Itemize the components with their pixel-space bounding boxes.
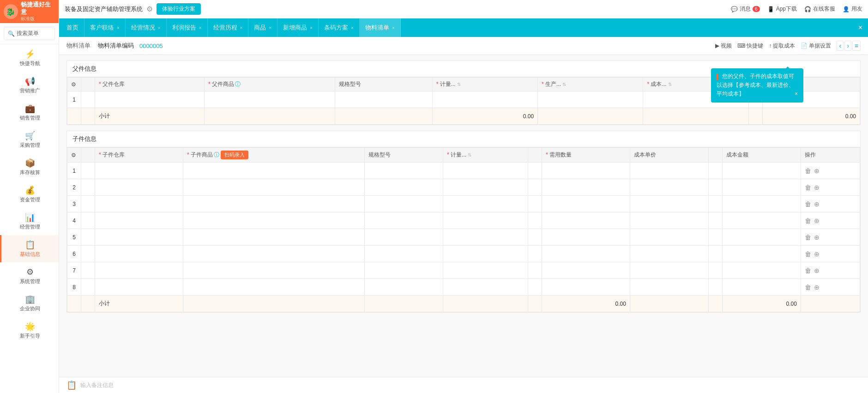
child-row-2-cost-amount[interactable] (722, 179, 801, 196)
tooltip-close-button[interactable]: × (795, 90, 798, 98)
child-row-2-unit-cost[interactable] (630, 179, 708, 196)
child-subtotal: 小计 0.00 0.00 (67, 296, 860, 312)
child-row-3: 3 🗑 ⊕ (67, 196, 860, 212)
message-button[interactable]: 💬 消息 6 (731, 5, 760, 13)
delete-icon-7[interactable]: 🗑 (805, 267, 811, 274)
parent-row-spec[interactable] (335, 91, 432, 108)
child-row-1-unit-cost[interactable] (630, 163, 708, 179)
sidebar-item-enterprise[interactable]: 🏢 企业协同 (0, 290, 59, 317)
message-label: 消息 (740, 5, 751, 13)
notes-icon[interactable]: 📋 (66, 380, 77, 390)
tab-customers[interactable]: 客户联络 × (84, 18, 126, 37)
copy-icon-2[interactable]: ⊕ (814, 184, 820, 191)
copy-icon-4[interactable]: ⊕ (814, 217, 820, 224)
nav-prev[interactable]: ‹ (837, 41, 844, 51)
parent-subtotal-label: 小计 (95, 108, 205, 125)
delete-icon-8[interactable]: 🗑 (805, 284, 811, 291)
parent-row-warehouse[interactable] (95, 91, 205, 108)
child-col-extra2 (708, 148, 722, 163)
delete-icon-5[interactable]: 🗑 (805, 234, 811, 241)
child-row-2-goods[interactable] (183, 179, 364, 196)
tab-barcode-close[interactable]: × (351, 25, 354, 30)
nav-list[interactable]: ≡ (852, 41, 861, 51)
tab-close-all[interactable]: × (855, 24, 866, 32)
tab-goods[interactable]: 商品 × (248, 18, 277, 37)
child-row-2-needed-qty[interactable] (542, 179, 630, 196)
child-row-1-cost-amount[interactable] (722, 163, 801, 179)
parent-col-warehouse: * 父件仓库 (95, 78, 205, 91)
child-row-2-qty[interactable] (443, 179, 528, 196)
tab-operations-status[interactable]: 经营情况 × (126, 18, 167, 37)
user-menu[interactable]: 👤 用友 (843, 5, 862, 13)
tab-operations-close[interactable]: × (158, 25, 161, 30)
breadcrumb-bom[interactable]: 物料清单 (66, 42, 90, 50)
single-settings-action[interactable]: 📄 单据设置 (801, 42, 831, 50)
delete-icon-1[interactable]: 🗑 (805, 167, 811, 175)
cost-tooltip: 您的父件、子件的成本取值可以选择【参考成本、最新进价、平均成本】 × (711, 68, 803, 103)
logo-subtitle: 标准版 (21, 16, 55, 22)
copy-icon-3[interactable]: ⊕ (814, 200, 820, 208)
parent-row-production[interactable] (538, 91, 643, 108)
search-menu-button[interactable]: 🔍 搜索菜单 (4, 27, 55, 40)
sidebar-item-quicknav[interactable]: ⚡ 快捷导航 (0, 44, 59, 72)
sales-icon: 💼 (25, 103, 35, 114)
sidebar-item-marketing[interactable]: 📢 营销推广 (0, 72, 59, 99)
sidebar-item-sales[interactable]: 💼 销售管理 (0, 99, 59, 126)
online-service-button[interactable]: 🎧 在线客服 (804, 5, 835, 13)
child-subtotal-label: 小计 (95, 296, 183, 312)
copy-icon-1[interactable]: ⊕ (814, 167, 820, 175)
tab-new-goods-close[interactable]: × (310, 25, 313, 30)
nav-next[interactable]: › (844, 41, 851, 51)
search-icon: 🔍 (8, 30, 15, 37)
tab-history[interactable]: 经营历程 × (208, 18, 249, 37)
trial-button[interactable]: 体验行业方案 (157, 3, 201, 15)
child-row-1-spec[interactable] (365, 163, 443, 179)
sidebar-item-system[interactable]: ⚙ 系统管理 (0, 262, 59, 290)
headset-icon: 🎧 (804, 6, 811, 12)
tab-home[interactable]: 首页 (61, 18, 84, 37)
copy-icon-6[interactable]: ⊕ (814, 250, 820, 258)
sidebar-item-operations[interactable]: 📊 经营管理 (0, 208, 59, 235)
child-row-2-spec[interactable] (365, 179, 443, 196)
child-row-6: 6 🗑 ⊕ (67, 246, 860, 262)
tab-bom[interactable]: 物料清单 × (360, 18, 401, 37)
notes-hint[interactable]: 输入备注信息 (80, 381, 114, 389)
tab-history-close[interactable]: × (240, 25, 243, 30)
copy-icon-8[interactable]: ⊕ (814, 284, 820, 291)
delete-icon-3[interactable]: 🗑 (805, 200, 811, 208)
view-action[interactable]: ▶ 视频 (715, 42, 732, 50)
delete-icon-4[interactable]: 🗑 (805, 217, 811, 224)
parent-row-goods[interactable] (205, 91, 335, 108)
marketing-icon: 📢 (25, 76, 35, 86)
copy-icon-7[interactable]: ⊕ (814, 267, 820, 274)
tab-customers-close[interactable]: × (117, 25, 120, 30)
child-col-settings[interactable]: ⚙ (67, 148, 81, 163)
tab-new-goods[interactable]: 新增商品 × (277, 18, 319, 37)
tab-bom-close[interactable]: × (392, 25, 395, 30)
parent-row-qty[interactable] (432, 91, 537, 108)
sidebar-item-finance[interactable]: 💰 资金管理 (0, 181, 59, 208)
scan-button[interactable]: 扫码录入 (221, 151, 248, 159)
copy-icon-5[interactable]: ⊕ (814, 234, 820, 241)
tab-profit[interactable]: 利润报告 × (167, 18, 208, 37)
delete-icon-2[interactable]: 🗑 (805, 184, 811, 191)
tab-goods-close[interactable]: × (269, 25, 271, 30)
sidebar-item-inventory[interactable]: 📦 库存核算 (0, 153, 59, 181)
shortcut-action[interactable]: ⌨ 快捷键 (737, 42, 763, 50)
child-row-1-needed-qty[interactable] (542, 163, 630, 179)
child-row-1-goods[interactable] (183, 163, 364, 179)
header-right: 💬 消息 6 📱 App下载 🎧 在线客服 👤 用友 (731, 5, 862, 13)
child-row-1-qty[interactable] (443, 163, 528, 179)
extract-cost-action[interactable]: ↑ 提取成本 (769, 42, 795, 50)
tab-barcode[interactable]: 条码方案 × (319, 18, 360, 37)
child-row-2-warehouse[interactable] (95, 179, 183, 196)
child-row-1-warehouse[interactable] (95, 163, 183, 179)
parent-col-settings[interactable]: ⚙ (67, 78, 81, 91)
settings-icon[interactable]: ⚙ (146, 5, 153, 13)
sidebar-item-basicinfo[interactable]: 📋 基础信息 (0, 235, 59, 262)
delete-icon-6[interactable]: 🗑 (805, 250, 811, 258)
sidebar-item-purchase[interactable]: 🛒 采购管理 (0, 126, 59, 153)
tab-profit-close[interactable]: × (199, 25, 202, 30)
sidebar-item-guide[interactable]: 🌟 新手引导 (0, 317, 59, 344)
app-download-button[interactable]: 📱 App下载 (767, 5, 797, 13)
